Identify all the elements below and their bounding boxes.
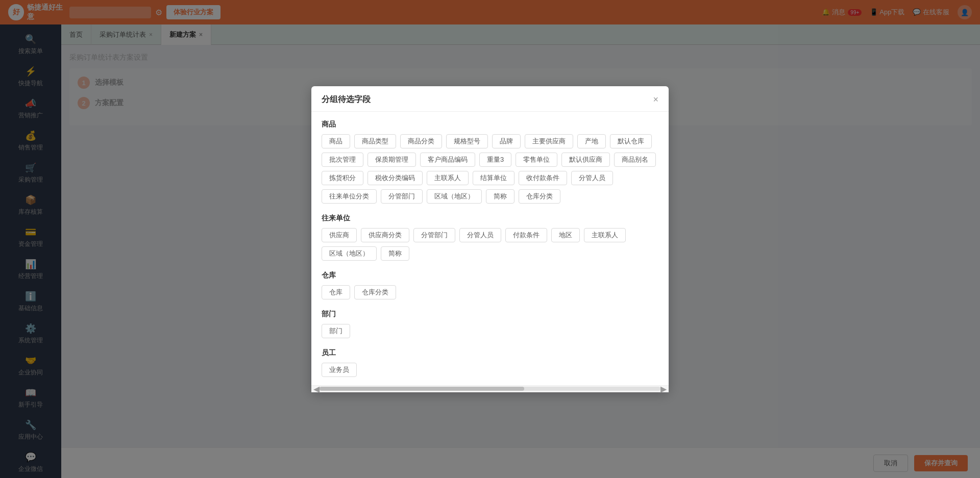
field-tag[interactable]: 税收分类编码 [368,171,423,185]
field-tag[interactable]: 拣货积分 [322,171,363,185]
field-tag[interactable]: 仓库 [322,285,350,299]
scroll-right-arrow[interactable]: ▶ [660,384,667,394]
field-tag[interactable]: 付款条件 [505,228,547,242]
field-section-往来单位: 往来单位供应商供应商分类分管部门分管人员付款条件地区主联系人区域（地区）简称 [322,214,658,261]
field-tag[interactable]: 品牌 [492,134,521,148]
modal-bottom-scroll: ◀ ▶ [311,385,669,392]
modal-overlay: 分组待选字段 × 商品商品商品类型商品分类规格型号品牌主要供应商产地默认仓库批次… [0,0,980,478]
field-tag[interactable]: 零售单位 [516,153,557,167]
section-title: 仓库 [322,271,658,280]
field-section-商品: 商品商品商品类型商品分类规格型号品牌主要供应商产地默认仓库批次管理保质期管理客户… [322,120,658,204]
scroll-left-arrow[interactable]: ◀ [313,384,320,394]
field-tag[interactable]: 分管部门 [381,189,423,204]
field-tag[interactable]: 仓库分类 [519,189,560,204]
field-tag[interactable]: 往来单位分类 [322,189,377,204]
modal-dialog: 分组待选字段 × 商品商品商品类型商品分类规格型号品牌主要供应商产地默认仓库批次… [311,86,669,392]
field-tag[interactable]: 区域（地区） [322,246,377,261]
modal-header: 分组待选字段 × [311,86,669,112]
field-tag[interactable]: 重量3 [479,153,511,167]
section-title: 商品 [322,120,658,129]
field-tag[interactable]: 保质期管理 [368,153,416,167]
field-tag[interactable]: 商品类型 [354,134,396,148]
field-tag[interactable]: 简称 [486,189,514,204]
scroll-thumb [320,387,524,391]
field-tag[interactable]: 主联系人 [427,171,469,185]
field-tag[interactable]: 结算单位 [473,171,514,185]
field-tag[interactable]: 供应商分类 [361,228,409,242]
field-section-仓库: 仓库仓库仓库分类 [322,271,658,299]
modal-body[interactable]: 商品商品商品类型商品分类规格型号品牌主要供应商产地默认仓库批次管理保质期管理客户… [311,112,669,385]
modal-close-button[interactable]: × [653,94,658,105]
field-tags-商品: 商品商品类型商品分类规格型号品牌主要供应商产地默认仓库批次管理保质期管理客户商品… [322,134,658,204]
field-section-员工: 员工业务员 [322,348,658,377]
field-tag[interactable]: 业务员 [322,363,357,377]
field-tag[interactable]: 规格型号 [446,134,488,148]
field-tags-仓库: 仓库仓库分类 [322,285,658,299]
field-tag[interactable]: 收付款条件 [519,171,567,185]
field-tag[interactable]: 批次管理 [322,153,363,167]
field-tag[interactable]: 分管人员 [459,228,501,242]
modal-title: 分组待选字段 [322,94,371,105]
field-tag[interactable]: 供应商 [322,228,357,242]
field-tag[interactable]: 商品别名 [614,153,656,167]
field-tag[interactable]: 区域（地区） [427,189,482,204]
field-tag[interactable]: 分管人员 [571,171,613,185]
field-tags-员工: 业务员 [322,363,658,377]
section-title: 往来单位 [322,214,658,223]
field-tag[interactable]: 主要供应商 [525,134,573,148]
field-tags-往来单位: 供应商供应商分类分管部门分管人员付款条件地区主联系人区域（地区）简称 [322,228,658,261]
field-tag[interactable]: 仓库分类 [354,285,396,299]
field-tag[interactable]: 客户商品编码 [420,153,475,167]
field-tag[interactable]: 主联系人 [584,228,626,242]
field-tag[interactable]: 默认供应商 [561,153,610,167]
field-tag[interactable]: 简称 [381,246,409,261]
scroll-track [320,387,660,391]
field-tag[interactable]: 地区 [551,228,580,242]
section-title: 部门 [322,310,658,319]
field-tag[interactable]: 商品分类 [400,134,442,148]
field-tag[interactable]: 产地 [577,134,606,148]
field-tag[interactable]: 部门 [322,324,350,338]
field-tags-部门: 部门 [322,324,658,338]
field-tag[interactable]: 分管部门 [413,228,455,242]
field-tag[interactable]: 商品 [322,134,350,148]
field-section-部门: 部门部门 [322,310,658,338]
section-title: 员工 [322,348,658,358]
field-tag[interactable]: 默认仓库 [610,134,652,148]
